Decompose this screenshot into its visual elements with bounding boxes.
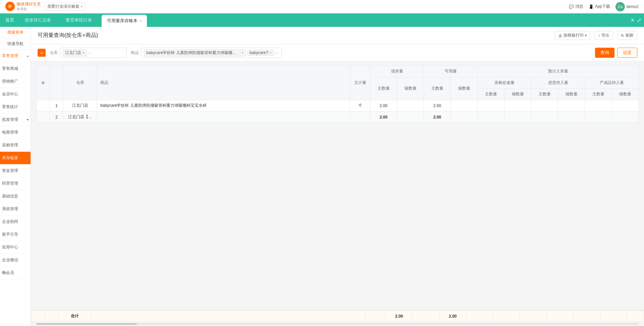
row-2-gear bbox=[37, 111, 50, 123]
brand-text: 畅捷通好生意 bbox=[17, 2, 41, 6]
tab-bar: 首页 收发存汇总表 × 要货单统计表 × 可用量库存账本 × × ⤢ bbox=[0, 13, 644, 27]
sidebar-item-purchase-mgmt[interactable]: 采购管理 bbox=[0, 139, 31, 152]
app-download-label: App下载 bbox=[595, 4, 610, 9]
top-bar-right: 💬 消息 📱 App下载 Ea demo2 bbox=[569, 2, 639, 11]
row-1-ppending-main bbox=[531, 100, 558, 111]
page-header: 可用量查询(按仓库+商品) 🖨 按模板打印 ▾ ↑ 导出 ↻ 刷新 bbox=[31, 27, 644, 44]
sidebar-item-app-center[interactable]: 应用中心 bbox=[0, 241, 31, 254]
refresh-button[interactable]: ↻ 刷新 bbox=[617, 31, 637, 40]
sidebar-label-enterprise-collab: 企业协同 bbox=[2, 219, 18, 225]
tab-receivable-label: 收发存汇总表 bbox=[25, 17, 51, 23]
tab-available-stock[interactable]: 可用量库存账本 × bbox=[102, 15, 147, 27]
warehouse-tag: 江北门店 × bbox=[63, 49, 87, 56]
product-tag-container[interactable]: babycare学饮杯 儿童防摔防撞吸管杯重力球吸嘴杯宝宝水杯 × babyca… bbox=[141, 48, 282, 58]
sidebar-item-finance[interactable]: 资金管理 bbox=[0, 165, 31, 177]
sidebar-item-system-mgmt[interactable]: 系统管理 bbox=[0, 203, 31, 216]
settings-button[interactable]: 设置 bbox=[617, 48, 637, 58]
warehouse-filter-group: 仓库 江北门店 × ··· bbox=[50, 48, 127, 58]
sidebar-item-retail-mall[interactable]: 零售商城 bbox=[0, 62, 31, 75]
row-2-ppending-main bbox=[531, 111, 558, 123]
tab-order-stats-close[interactable]: × bbox=[94, 18, 96, 22]
footer-prod-aux bbox=[627, 311, 644, 322]
sidebar-item-enterprise-collab[interactable]: 企业协同 bbox=[0, 216, 31, 228]
tab-available-stock-close[interactable]: × bbox=[140, 19, 142, 23]
row-1-avail-aux bbox=[451, 100, 478, 111]
th-current-aux-qty: 辅数量 bbox=[397, 77, 424, 100]
th-purchase-pending-group: 进货待入量 bbox=[531, 77, 585, 89]
footer-row: 合计 2.00 2.00 bbox=[31, 311, 644, 322]
maximize-button[interactable]: ⤢ bbox=[637, 17, 641, 24]
sidebar-search[interactable]: 搜索菜单 bbox=[0, 27, 31, 38]
sidebar-item-marketing[interactable]: 营销推广 bbox=[0, 75, 31, 88]
th-planned-in-group: 预计入库量 bbox=[478, 66, 639, 77]
message-icon: 💬 bbox=[569, 4, 574, 9]
page-actions: 🖨 按模板打印 ▾ ↑ 导出 ↻ 刷新 bbox=[554, 31, 637, 40]
row-2-unit bbox=[350, 111, 370, 123]
sidebar-label-system-mgmt: 系统管理 bbox=[2, 206, 18, 212]
th-products-pending-group: 产成品待入量 bbox=[585, 77, 639, 89]
th-available-group: 可用量 bbox=[424, 66, 478, 77]
sidebar-item-stock-check[interactable]: 库存核算 bbox=[0, 152, 31, 165]
warehouse-tag-close[interactable]: × bbox=[83, 51, 85, 55]
sidebar-item-basic-info[interactable]: 基础信息 bbox=[0, 190, 31, 203]
horizontal-scrollbar[interactable] bbox=[31, 322, 644, 326]
sidebar-item-member[interactable]: 畅会员 bbox=[0, 267, 31, 279]
table-row: 1 江北门店 babycare学饮杯 儿童防摔防撞吸管杯重力球吸嘴杯宝宝水杯 个… bbox=[37, 100, 639, 111]
sidebar-item-enterprise-wechat[interactable]: 企业微信 bbox=[0, 254, 31, 267]
row-1-current-aux bbox=[397, 100, 424, 111]
th-gear[interactable]: ⚙ bbox=[37, 66, 50, 100]
row-2-avail-aux bbox=[451, 111, 478, 123]
filter-bar: » 仓库 江北门店 × ··· 商品 babycare学饮杯 儿童防摔防撞吸管杯… bbox=[31, 44, 644, 61]
sidebar-item-retail-mgmt[interactable]: 零售管理 ▴ bbox=[0, 50, 31, 62]
app-download-button[interactable]: 📱 App下载 bbox=[589, 4, 610, 9]
footer-pp-aux bbox=[574, 311, 600, 322]
template-print-button[interactable]: 🖨 按模板打印 ▾ bbox=[554, 31, 590, 40]
warehouse-tag-container[interactable]: 江北门店 × ··· bbox=[60, 48, 127, 58]
sidebar-item-retail-stats[interactable]: 零售统计 bbox=[0, 101, 31, 113]
tab-receivable[interactable]: 收发存汇总表 × bbox=[19, 13, 60, 27]
query-button[interactable]: 查询 bbox=[595, 48, 614, 58]
sidebar-label-operations: 经营管理 bbox=[2, 181, 18, 186]
footer-unit-cell bbox=[366, 311, 386, 322]
sidebar-item-new-guide[interactable]: 新手引导 bbox=[0, 228, 31, 241]
filter-actions: 查询 设置 bbox=[595, 48, 637, 58]
tab-order-stats-label: 要货单统计表 bbox=[66, 17, 92, 23]
product-tag-0-close[interactable]: × bbox=[241, 51, 244, 55]
refresh-label: 刷新 bbox=[626, 33, 634, 38]
footer-current-aux-qty bbox=[413, 311, 439, 322]
user-area[interactable]: Ea demo2 bbox=[615, 2, 639, 11]
close-all-tabs-button[interactable]: × bbox=[631, 17, 634, 24]
export-button[interactable]: ↑ 导出 bbox=[594, 31, 613, 40]
footer-gear-cell bbox=[31, 311, 45, 322]
tab-receivable-close[interactable]: × bbox=[53, 18, 55, 22]
product-more-icon[interactable]: ··· bbox=[275, 50, 279, 55]
sidebar-item-operations[interactable]: 经营管理 bbox=[0, 177, 31, 190]
filter-toggle-button[interactable]: » bbox=[38, 49, 46, 57]
sidebar-label-member: 畅会员 bbox=[2, 270, 14, 276]
sidebar-item-wholesale-mgmt[interactable]: 批发管理 ▾ bbox=[0, 113, 31, 126]
message-button[interactable]: 💬 消息 bbox=[569, 4, 583, 9]
row-2-product bbox=[97, 111, 350, 123]
row-1-prodpending-main bbox=[585, 100, 612, 111]
tab-order-stats[interactable]: 要货单统计表 × bbox=[60, 13, 101, 27]
footer-total-bar: 合计 2.00 2.00 bbox=[31, 310, 644, 326]
warehouse-more-icon[interactable]: ··· bbox=[88, 50, 92, 55]
footer-po-main bbox=[493, 311, 520, 322]
th-purchase-onway-aux: 辅数量 bbox=[504, 89, 531, 100]
store-selector[interactable]: 母婴行业演示账套 ▾ bbox=[44, 3, 86, 10]
refresh-icon: ↻ bbox=[621, 33, 624, 38]
row-2-ponway-aux bbox=[504, 111, 531, 123]
scroll-thumb[interactable] bbox=[36, 323, 137, 325]
sidebar-label-stock-check: 库存核算 bbox=[2, 155, 18, 161]
table-container: ⚙ 仓库 商品 主计量 现存量 可用量 预计入库量 主数量 辅数量 主数量 bbox=[31, 61, 644, 310]
footer-product-cell bbox=[92, 311, 366, 322]
page-title: 可用量查询(按仓库+商品) bbox=[38, 32, 98, 39]
tab-home[interactable]: 首页 bbox=[0, 13, 19, 27]
sidebar-item-member-center[interactable]: 会员中心 bbox=[0, 88, 31, 101]
sidebar-item-ecommerce[interactable]: 电商管理 bbox=[0, 126, 31, 139]
th-available-main-qty: 主数量 bbox=[424, 77, 451, 100]
chevron-down-icon: ▾ bbox=[27, 118, 29, 122]
sidebar-quick-nav[interactable]: 快捷导航 bbox=[0, 38, 31, 50]
product-tag-1-close[interactable]: × bbox=[270, 51, 272, 55]
row-2-prodpending-aux bbox=[612, 111, 639, 123]
